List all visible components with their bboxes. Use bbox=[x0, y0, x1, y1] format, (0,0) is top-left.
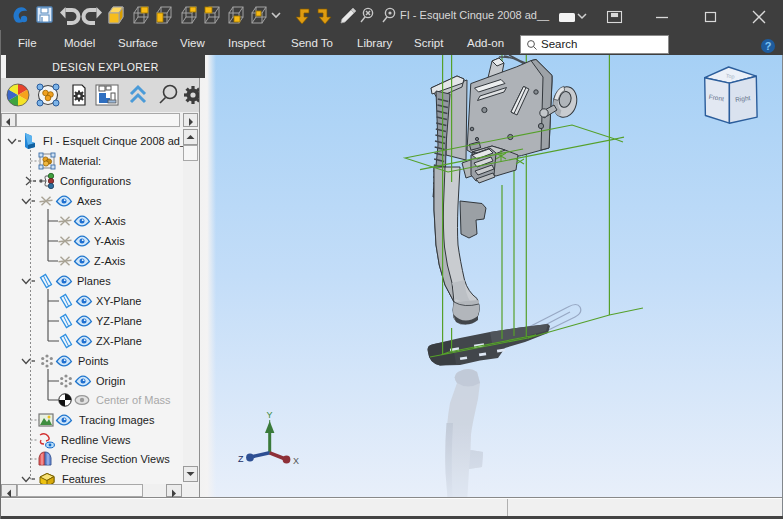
svg-text:YZ-Plane: YZ-Plane bbox=[96, 315, 142, 327]
svg-text:Origin: Origin bbox=[96, 375, 125, 387]
svg-text:Planes: Planes bbox=[77, 275, 111, 287]
svg-text:Y: Y bbox=[267, 410, 273, 420]
svg-text:Precise Section Views: Precise Section Views bbox=[61, 453, 170, 465]
svg-text:Y-Axis: Y-Axis bbox=[94, 235, 125, 247]
svg-text:Points: Points bbox=[78, 355, 109, 367]
svg-text:ZX-Plane: ZX-Plane bbox=[96, 335, 142, 347]
svg-text:Axes: Axes bbox=[77, 195, 102, 207]
svg-text:X: X bbox=[293, 456, 299, 466]
svg-text:Configurations: Configurations bbox=[60, 175, 131, 187]
svg-text:Z-Axis: Z-Axis bbox=[94, 255, 126, 267]
svg-text:Features: Features bbox=[62, 473, 106, 484]
svg-text:Z: Z bbox=[238, 454, 244, 464]
svg-text:FI - Esquelt Cinque 2008 ad_p: FI - Esquelt Cinque 2008 ad_p bbox=[43, 135, 183, 147]
svg-text:Center of Mass: Center of Mass bbox=[96, 394, 171, 406]
svg-text:Top: Top bbox=[725, 72, 735, 79]
svg-text:XY-Plane: XY-Plane bbox=[96, 295, 141, 307]
svg-text:Tracing Images: Tracing Images bbox=[79, 414, 155, 426]
svg-text:X-Axis: X-Axis bbox=[94, 215, 126, 227]
svg-text:?: ? bbox=[765, 40, 772, 52]
svg-text:Redline Views: Redline Views bbox=[61, 434, 131, 446]
svg-text:Material:: Material: bbox=[59, 155, 101, 167]
